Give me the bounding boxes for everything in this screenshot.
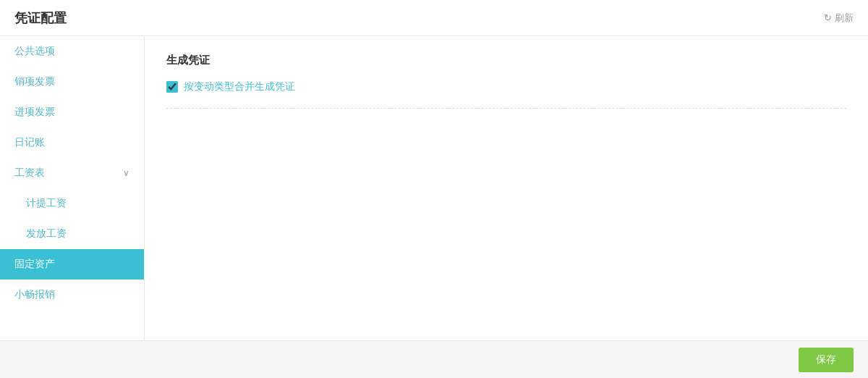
refresh-button[interactable]: ↻ 刷新 (824, 12, 854, 25)
save-button[interactable]: 保存 (799, 348, 854, 372)
sidebar: 公共选项销项发票进项发票日记账工资表∨计提工资发放工资固定资产小畅报销 (0, 36, 145, 340)
merge-by-type-checkbox[interactable] (166, 81, 178, 93)
refresh-icon: ↻ (824, 12, 832, 23)
section-title: 生成凭证 (166, 54, 846, 67)
section-divider (166, 108, 846, 109)
sidebar-item-journal[interactable]: 日记账 (0, 127, 144, 158)
content-area: 公共选项销项发票进项发票日记账工资表∨计提工资发放工资固定资产小畅报销 生成凭证… (0, 36, 868, 340)
sidebar-item-sales-invoice[interactable]: 销项发票 (0, 67, 144, 97)
header: 凭证配置 ↻ 刷新 (0, 0, 868, 36)
sidebar-item-purchase-invoice[interactable]: 进项发票 (0, 97, 144, 127)
refresh-label: 刷新 (835, 12, 854, 25)
merge-by-type-label[interactable]: 按变动类型合并生成凭证 (184, 80, 295, 93)
checkbox-row: 按变动类型合并生成凭证 (166, 80, 846, 93)
chevron-down-icon: ∨ (123, 168, 129, 178)
sidebar-item-payroll-accrual[interactable]: 计提工资 (0, 188, 144, 219)
main-content: 生成凭证 按变动类型合并生成凭证 (145, 36, 868, 340)
sidebar-item-public-options[interactable]: 公共选项 (0, 36, 144, 67)
page-title: 凭证配置 (14, 9, 67, 27)
sidebar-item-expense-reimbursement[interactable]: 小畅报销 (0, 280, 144, 310)
sidebar-item-payroll-distribution[interactable]: 发放工资 (0, 219, 144, 249)
sidebar-item-fixed-assets[interactable]: 固定资产 (0, 249, 144, 280)
footer: 保存 (0, 340, 868, 378)
page-wrapper: 凭证配置 ↻ 刷新 公共选项销项发票进项发票日记账工资表∨计提工资发放工资固定资… (0, 0, 868, 378)
sidebar-item-payroll-table[interactable]: 工资表∨ (0, 158, 144, 188)
